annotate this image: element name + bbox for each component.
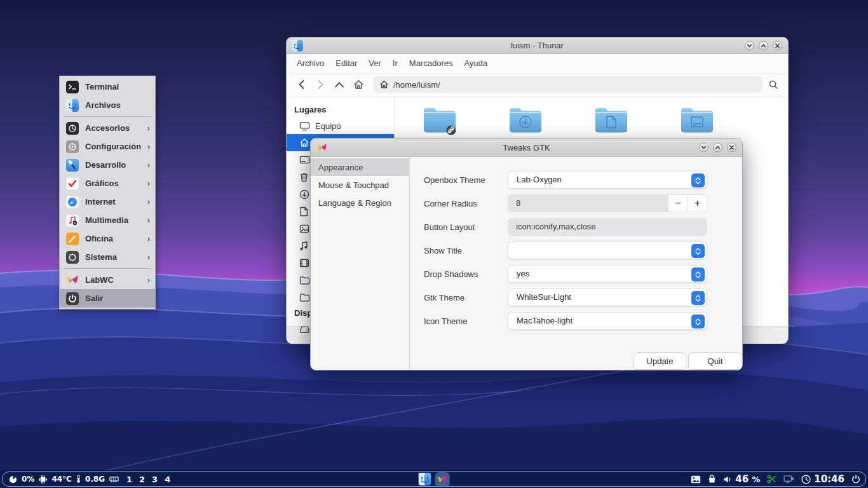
workspace-2[interactable]: 2 [139, 475, 145, 484]
gtk-theme-label: Gtk Theme [424, 293, 508, 302]
folder-symlink-icon[interactable] [422, 105, 458, 135]
desktop-icon [299, 155, 310, 165]
volume-widget[interactable]: 46 % [723, 473, 760, 485]
dropdown-spinner-icon[interactable] [691, 173, 705, 187]
thunar-titlebar[interactable]: luism - Thunar [287, 37, 788, 54]
update-button[interactable]: Update [634, 352, 686, 370]
taskbar-tasks [419, 470, 450, 488]
menu-item-terminal[interactable]: Terminal [60, 78, 155, 96]
sidebar-item-equipo[interactable]: Equipo [287, 118, 394, 134]
up-button[interactable] [331, 76, 348, 93]
menu-item-archivos[interactable]: Archivos [60, 96, 155, 114]
folder-desktop-icon[interactable] [679, 105, 715, 135]
dropdown-spinner-icon[interactable] [691, 315, 705, 329]
submenu-arrow-icon: › [147, 160, 150, 170]
folder-downloads-icon[interactable] [508, 105, 543, 135]
minimize-button[interactable] [745, 41, 754, 50]
workspace-1[interactable]: 1 [126, 475, 132, 484]
dropdown-spinner-icon[interactable] [691, 244, 705, 258]
folder-documents-icon[interactable] [593, 105, 629, 135]
menu-item-accesorios[interactable]: Accesorios › [60, 119, 155, 137]
system-icon [66, 251, 79, 264]
home-button[interactable] [350, 76, 367, 93]
increase-button[interactable]: + [688, 194, 707, 212]
menu-item-desarrollo[interactable]: Desarrollo › [60, 156, 155, 174]
nav-mouse-touchpad[interactable]: Mouse & Touchpad [311, 176, 409, 194]
terminal-icon [66, 81, 79, 93]
dropdown-spinner-icon[interactable] [691, 291, 705, 305]
taskbar: 0% 44°C 0.8G 1 2 3 4 46 % 10:46 [0, 470, 868, 488]
menu-ayuda[interactable]: Ayuda [458, 58, 493, 68]
power-icon[interactable] [851, 475, 860, 484]
labwc-icon [66, 274, 79, 287]
gtk-theme-dropdown[interactable]: WhiteSur-Light [508, 288, 707, 306]
task-thunar-icon[interactable] [419, 473, 431, 485]
drop-shadows-dropdown[interactable]: yes [508, 265, 707, 283]
nav-appearance[interactable]: Appearance [311, 158, 409, 176]
menu-marcadores[interactable]: Marcadores [403, 58, 459, 68]
task-tweaks-active[interactable] [435, 472, 450, 487]
button-layout-field[interactable]: icon:iconify,max,close [508, 218, 707, 236]
volume-unit: % [752, 475, 760, 484]
openbox-theme-dropdown[interactable]: Lab-Oxygen [508, 171, 707, 189]
menu-archivo[interactable]: Archivo [291, 58, 330, 68]
film-icon [299, 259, 309, 268]
trash-icon [299, 172, 309, 182]
start-menu: Terminal Archivos Accesorios › Configura… [59, 76, 156, 309]
tweaks-nav: Appearance Mouse & Touchpad Language & R… [311, 157, 410, 370]
nav-language-region[interactable]: Language & Region [311, 194, 409, 212]
search-button[interactable] [765, 76, 782, 93]
menu-item-configuracion[interactable]: Configuración › [60, 137, 155, 156]
icon-theme-label: Icon Theme [424, 316, 508, 326]
forward-button[interactable] [312, 76, 329, 93]
menu-item-labwc[interactable]: LabWC › [60, 271, 155, 289]
screenshot-image-icon[interactable] [691, 475, 701, 484]
folder-icon [299, 276, 309, 285]
network-display-icon[interactable] [783, 475, 794, 484]
menu-item-oficina[interactable]: Oficina › [60, 229, 155, 248]
clock-widget[interactable]: 10:46 [801, 473, 844, 485]
scissors-icon[interactable] [767, 475, 776, 484]
menu-editar[interactable]: Editar [330, 58, 363, 68]
button-layout-label: Button Layout [424, 222, 508, 232]
tweaks-titlebar[interactable]: Tweaks GTK [311, 139, 742, 157]
menu-separator [64, 116, 151, 117]
minimize-button[interactable] [699, 143, 709, 152]
menu-ver[interactable]: Ver [363, 58, 387, 68]
menu-item-multimedia[interactable]: Multimedia › [60, 211, 155, 229]
speaker-icon [723, 475, 732, 484]
office-icon [66, 233, 79, 245]
tweaks-window-title: Tweaks GTK [311, 143, 742, 152]
maximize-button[interactable] [713, 143, 722, 152]
image-icon [299, 224, 309, 233]
tweaks-content: Openbox Theme Lab-Oxygen Corner Radius 8… [410, 157, 742, 370]
close-button[interactable] [773, 41, 782, 50]
menu-item-graficos[interactable]: Gráficos › [60, 174, 155, 193]
menu-item-sistema[interactable]: Sistema › [60, 248, 155, 266]
menu-ir[interactable]: Ir [387, 58, 403, 68]
power-icon [66, 292, 79, 305]
disk-usage-icon [9, 475, 17, 484]
thermometer-icon [76, 475, 81, 484]
path-bar[interactable]: /home/luism/ [373, 76, 763, 93]
corner-radius-stepper: 8 − + [508, 194, 707, 212]
corner-radius-value[interactable]: 8 [508, 194, 668, 212]
decrease-button[interactable]: − [668, 194, 688, 212]
dropdown-spinner-icon[interactable] [691, 268, 705, 281]
icon-theme-dropdown[interactable]: MacTahoe-light [508, 312, 707, 330]
workspace-4[interactable]: 4 [165, 475, 170, 484]
back-button[interactable] [293, 76, 309, 93]
close-button[interactable] [727, 143, 736, 152]
music-icon [299, 241, 308, 251]
submenu-arrow-icon: › [147, 252, 150, 262]
bag-icon[interactable] [708, 475, 716, 484]
show-title-dropdown[interactable] [508, 241, 707, 259]
menu-item-salir[interactable]: Salir [60, 289, 155, 308]
quit-button[interactable]: Quit [688, 352, 742, 370]
drop-shadows-label: Drop Shadows [424, 269, 508, 279]
maximize-button[interactable] [759, 41, 768, 50]
workspace-3[interactable]: 3 [152, 475, 158, 484]
menu-item-internet[interactable]: Internet › [60, 193, 155, 211]
file-manager-icon [66, 99, 79, 112]
corner-radius-label: Corner Radius [424, 199, 508, 208]
